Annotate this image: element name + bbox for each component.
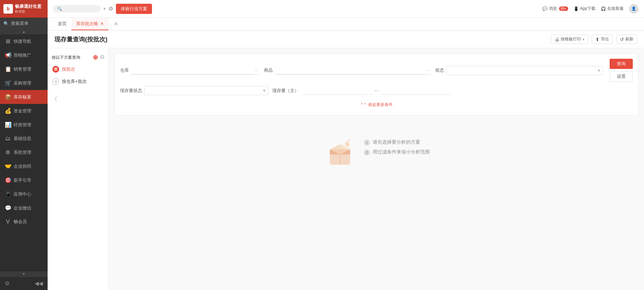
marketing-icon: 📢 xyxy=(5,52,11,58)
inventory-status-label: 现存量状态 xyxy=(120,88,142,94)
messages-item[interactable]: 💬 消息 99+ xyxy=(542,6,568,12)
collapse-conditions-btn[interactable]: ⌃⌃ 收起更多条件 xyxy=(120,99,633,110)
svg-point-5 xyxy=(345,142,350,146)
sidebar-item-finance[interactable]: 💰 资金管理 xyxy=(0,104,48,118)
sidebar-item-system[interactable]: ⚙ 系统管理 xyxy=(0,145,48,159)
collapse-label: 收起更多条件 xyxy=(368,102,393,108)
refresh-label: 刷新 xyxy=(625,36,633,42)
add-scheme-icon[interactable]: ⊕ xyxy=(93,54,98,61)
logo-icon: b xyxy=(3,4,13,14)
inventory-main-max[interactable] xyxy=(381,87,451,95)
sidebar-item-enterprise[interactable]: 🤝 企业协同 xyxy=(0,159,48,173)
status-label: 状态 xyxy=(435,67,444,73)
main-content: 🔍 ▾ ⚙ 体验行业方案 💬 消息 99+ 📱 App下载 🎧 在线客服 👤 xyxy=(48,0,644,290)
scheme-label: 按仓库+批次 xyxy=(62,78,87,85)
topbar-left: 🔍 ▾ ⚙ 体验行业方案 xyxy=(53,4,152,14)
print-label: 按模板打印 xyxy=(561,36,581,42)
sidebar-item-marketing[interactable]: 📢 营销推广 xyxy=(0,48,48,62)
scheme-label: 按批次 xyxy=(62,66,75,72)
page-actions: 🖨 按模板打印 ▾ ⬆ 导出 ↺ 刷新 xyxy=(551,35,637,48)
messages-icon: 💬 xyxy=(542,6,547,11)
sidebar-item-basic[interactable]: 🗂 基础信息 xyxy=(0,132,48,145)
close-page-icon[interactable]: ✕ xyxy=(111,21,121,27)
search-label: 搜索菜单 xyxy=(11,20,29,26)
topbar-search-box[interactable]: 🔍 xyxy=(53,5,101,13)
scheme-item-by-batch[interactable]: 按 按批次 xyxy=(48,63,108,75)
export-label: 导出 xyxy=(601,36,609,42)
dropdown-icon[interactable]: ▾ xyxy=(103,6,106,11)
filter-area: 仓库 ··· 商品 ··· 状态 xyxy=(114,54,639,115)
page-header: 现存量查询(按批次) 🖨 按模板打印 ▾ ⬆ 导出 ↺ 刷新 xyxy=(48,31,644,48)
tab-batch-account[interactable]: 库存批次账 ✕ xyxy=(71,18,108,30)
experience-btn[interactable]: 体验行业方案 xyxy=(116,4,152,14)
right-panel: 仓库 ··· 商品 ··· 状态 xyxy=(109,48,644,290)
sidebar-item-wechat[interactable]: 💬 企业微信 xyxy=(0,201,48,215)
tip-num-2: 2 xyxy=(364,149,370,156)
warehouse-more-btn[interactable]: ··· xyxy=(254,67,260,73)
sidebar-item-sales[interactable]: 📋 销售管理 xyxy=(0,62,48,76)
warehouse-input[interactable] xyxy=(131,66,254,74)
settings-gear-icon[interactable]: ⚙ xyxy=(108,5,113,12)
sidebar-item-label: 企业协同 xyxy=(14,163,31,169)
topbar-search-icon: 🔍 xyxy=(57,6,62,11)
sidebar-item-member[interactable]: V 畅会员 xyxy=(0,215,48,229)
sidebar-item-inventory[interactable]: 📦 库存核算 xyxy=(0,90,48,104)
export-btn[interactable]: ⬆ 导出 xyxy=(592,35,613,44)
filter-row-1: 仓库 ··· 商品 ··· 状态 xyxy=(120,59,633,82)
refresh-btn[interactable]: ↺ 刷新 xyxy=(616,35,637,44)
app-download-item[interactable]: 📱 App下载 xyxy=(574,6,595,12)
sidebar-item-label: 企业微信 xyxy=(14,205,31,211)
query-buttons: 查询 设置 xyxy=(610,59,633,82)
sidebar-item-label: 库存核算 xyxy=(14,94,31,100)
scheme-settings-icon[interactable]: ⊙ xyxy=(100,54,104,61)
topbar-right: 💬 消息 99+ 📱 App下载 🎧 在线客服 👤 xyxy=(542,4,639,14)
sidebar-item-label: 销售管理 xyxy=(14,66,31,72)
scroll-up[interactable]: ▲ xyxy=(0,29,48,34)
sidebar-item-label: 营销推广 xyxy=(14,52,31,58)
query-btn[interactable]: 查询 xyxy=(610,59,633,69)
enterprise-icon: 🤝 xyxy=(5,163,11,169)
print-icon: 🖨 xyxy=(555,37,559,42)
tab-close-icon[interactable]: ✕ xyxy=(100,21,104,26)
collapse-sidebar-icon[interactable]: ◀◀ xyxy=(35,280,43,287)
sidebar-item-newbie[interactable]: 🎯 新手引导 xyxy=(0,173,48,187)
company-name: 畅康通好生意 xyxy=(15,4,41,9)
settings-icon[interactable]: ⚙ xyxy=(5,280,10,287)
scroll-down[interactable]: ▼ xyxy=(0,271,48,276)
product-input-box: ··· xyxy=(275,66,431,75)
tip-text-2: 用过滤条件来缩小分析范围 xyxy=(373,149,430,155)
print-btn[interactable]: 🖨 按模板打印 ▾ xyxy=(551,35,588,44)
sidebar-item-appcenter[interactable]: 📱 应用中心 xyxy=(0,187,48,201)
product-label: 商品 xyxy=(264,67,273,73)
sidebar-item-label: 资金管理 xyxy=(14,108,31,114)
sidebar-item-label: 畅会员 xyxy=(14,219,27,225)
avatar[interactable]: 👤 xyxy=(629,4,639,14)
chevron-up-icon: ⌃⌃ xyxy=(360,103,367,107)
sidebar-item-purchase[interactable]: 🛒 采购管理 xyxy=(0,76,48,90)
inventory-main-min[interactable] xyxy=(302,87,372,95)
wechat-icon: 💬 xyxy=(5,205,11,211)
status-select[interactable] xyxy=(446,66,603,75)
inventory-status-select[interactable] xyxy=(144,86,268,95)
collapse-left-panel-btn[interactable]: 《 xyxy=(48,94,108,104)
scheme-item-by-warehouse-batch[interactable]: ⊙ 按仓库+批次 xyxy=(48,75,108,88)
phone-icon: 📱 xyxy=(574,6,579,11)
product-input[interactable] xyxy=(275,66,425,74)
tip-text-1: 请先选择要分析的方案 xyxy=(373,139,420,145)
settings-btn[interactable]: 设置 xyxy=(610,71,633,82)
sidebar-item-label: 新手引导 xyxy=(14,177,31,183)
purchase-icon: 🛒 xyxy=(5,80,11,86)
tab-home[interactable]: 首页 xyxy=(53,18,71,30)
sidebar-item-ops[interactable]: 📊 经营管理 xyxy=(0,118,48,132)
content-area: 按以下方案查询 ⊕ ⊙ 按 按批次 ⊙ 按仓库+批次 《 xyxy=(48,48,644,290)
warehouse-input-box: ··· xyxy=(131,66,260,75)
page-title: 现存量查询(按批次) xyxy=(54,35,107,48)
left-panel-title-text: 按以下方案查询 xyxy=(52,55,80,60)
sidebar-search[interactable]: 🔍 搜索菜单 xyxy=(0,18,48,29)
company-info: 畅康通好生意 标准版 xyxy=(15,4,41,14)
online-service-item[interactable]: 🎧 在线客服 xyxy=(601,6,624,12)
sidebar-item-quick-nav[interactable]: ⊞ 快捷导航 xyxy=(0,34,48,48)
product-more-btn[interactable]: ··· xyxy=(425,67,431,73)
print-dropdown-icon[interactable]: ▾ xyxy=(582,37,584,42)
online-service-label: 在线客服 xyxy=(607,6,624,12)
